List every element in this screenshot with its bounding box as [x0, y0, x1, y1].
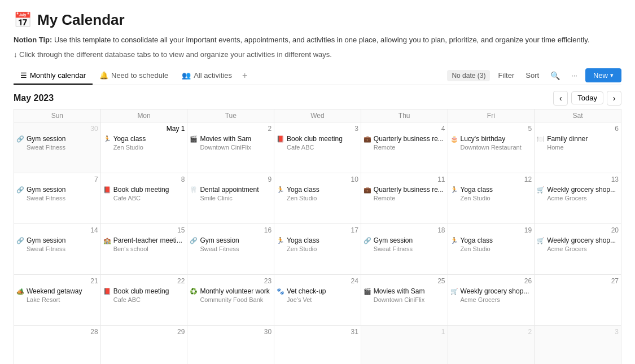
calendar-cell[interactable]: 17🏃Yoga classZen Studio	[274, 223, 361, 274]
event-item[interactable]: 💼Quarterly business re...Remote	[364, 135, 445, 152]
event-item[interactable]: 🔗Gym sessionSweat Fitness	[16, 236, 98, 253]
calendar-cell[interactable]: 18🔗Gym sessionSweat Fitness	[361, 223, 448, 274]
calendar-cell[interactable]: 23♻️Monthly volunteer workCommunity Food…	[187, 274, 274, 325]
tab-monthly[interactable]: ☰ Monthly calendar	[14, 67, 93, 85]
event-text: Book club meetingCafe ABC	[113, 287, 169, 304]
tab-all-activities[interactable]: 👥 All activities	[175, 67, 239, 85]
new-button[interactable]: New ▾	[585, 68, 621, 82]
calendar-cell[interactable]: 25🎬Movies with SamDowntown CiniFlix	[361, 274, 448, 325]
event-title: Yoga class	[461, 186, 493, 195]
event-text: Gym sessionSweat Fitness	[27, 236, 65, 253]
event-item[interactable]: 🔗Gym sessionSweat Fitness	[190, 236, 271, 253]
today-button[interactable]: Today	[571, 91, 603, 104]
event-item[interactable]: 🛒Weekly grocery shop...Acme Grocers	[537, 236, 619, 253]
day-number: 16	[190, 226, 271, 234]
filter-button[interactable]: Filter	[494, 69, 518, 82]
event-subtitle: Zen Studio	[461, 194, 493, 202]
event-item[interactable]: 📕Book club meetingCafe ABC	[277, 135, 358, 152]
event-item[interactable]: 🛒Weekly grocery shop...Acme Grocers	[537, 186, 619, 203]
calendar-cell[interactable]: 29	[100, 325, 187, 364]
event-item[interactable]: 🏃Yoga classZen Studio	[450, 186, 532, 203]
calendar-cell[interactable]: 19🏃Yoga classZen Studio	[448, 223, 535, 274]
more-button[interactable]: ···	[568, 69, 581, 82]
event-item[interactable]: 🎂Lucy's birthdayDowntown Restaurant	[450, 135, 532, 152]
event-text: Weekly grocery shop...Acme Grocers	[461, 287, 529, 304]
calendar-cell[interactable]: 20🛒Weekly grocery shop...Acme Grocers	[535, 223, 621, 274]
event-item[interactable]: 🏃Yoga classZen Studio	[277, 236, 358, 253]
event-item[interactable]: 📕Book club meetingCafe ABC	[103, 287, 185, 304]
event-item[interactable]: 🛒Weekly grocery shop...Acme Grocers	[450, 287, 532, 304]
event-text: Yoga classZen Studio	[461, 186, 493, 203]
calendar-cell[interactable]: 8📕Book club meetingCafe ABC	[100, 173, 187, 223]
next-month-button[interactable]: ›	[607, 91, 621, 106]
calendar-cell[interactable]: 3📕Book club meetingCafe ABC	[274, 122, 361, 173]
day-number: 15	[103, 226, 185, 234]
event-item[interactable]: 🏃Yoga classZen Studio	[277, 186, 358, 203]
calendar-cell[interactable]: 12🏃Yoga classZen Studio	[448, 173, 535, 223]
calendar-cell[interactable]: 27	[535, 274, 621, 325]
calendar-cell[interactable]: 15🏫Parent-teacher meeti...Ben's school	[100, 223, 187, 274]
day-number: 3	[277, 125, 358, 133]
no-date-badge[interactable]: No date (3)	[447, 70, 490, 81]
calendar-cell[interactable]: 9🦷Dental appointmentSmile Clinic	[187, 173, 274, 223]
tab-need-to-schedule[interactable]: 🔔 Need to schedule	[93, 67, 175, 85]
event-subtitle: Remote	[374, 143, 444, 151]
calendar-cell[interactable]: 2	[448, 325, 535, 364]
event-item[interactable]: 🏃Yoga classZen Studio	[450, 236, 532, 253]
day-header-sat: Sat	[535, 109, 621, 122]
event-item[interactable]: 🐾Vet check-upJoe's Vet	[277, 287, 358, 304]
calendar-cell[interactable]: 4💼Quarterly business re...Remote	[361, 122, 448, 173]
event-item[interactable]: 🍽️Family dinnerHome	[537, 135, 619, 152]
calendar-cell[interactable]: 14🔗Gym sessionSweat Fitness	[14, 223, 101, 274]
event-item[interactable]: 🔗Gym sessionSweat Fitness	[16, 135, 98, 152]
event-item[interactable]: 🎬Movies with SamDowntown CiniFlix	[364, 287, 445, 304]
calendar-cell[interactable]: 7🔗Gym sessionSweat Fitness	[14, 173, 101, 223]
prev-month-button[interactable]: ‹	[553, 91, 568, 106]
event-item[interactable]: 🎬Movies with SamDowntown CiniFlix	[190, 135, 271, 152]
calendar-cell[interactable]: 6🍽️Family dinnerHome	[535, 122, 621, 173]
event-item[interactable]: 🏃Yoga classZen Studio	[103, 135, 185, 152]
event-item[interactable]: 🏕️Weekend getawayLake Resort	[16, 287, 98, 304]
nav-buttons: ‹ Today ›	[553, 91, 621, 106]
event-item[interactable]: 🔗Gym sessionSweat Fitness	[16, 186, 98, 203]
search-button[interactable]: 🔍	[547, 69, 563, 82]
calendar-cell[interactable]: 1	[361, 325, 448, 364]
calendar-cell[interactable]: 26🛒Weekly grocery shop...Acme Grocers	[448, 274, 535, 325]
event-item[interactable]: 🔗Gym sessionSweat Fitness	[364, 236, 445, 253]
tab-all-label: All activities	[194, 71, 232, 80]
calendar-cell[interactable]: 31	[274, 325, 361, 364]
calendar-cell[interactable]: May 1🏃Yoga classZen Studio	[100, 122, 187, 173]
event-item[interactable]: ♻️Monthly volunteer workCommunity Food B…	[190, 287, 271, 304]
event-item[interactable]: 🦷Dental appointmentSmile Clinic	[190, 186, 271, 203]
event-subtitle: Acme Grocers	[547, 245, 616, 253]
calendar-cell[interactable]: 10🏃Yoga classZen Studio	[274, 173, 361, 223]
calendar-cell[interactable]: 21🏕️Weekend getawayLake Resort	[14, 274, 101, 325]
calendar-cell[interactable]: 11💼Quarterly business re...Remote	[361, 173, 448, 223]
add-tab-button[interactable]: +	[239, 67, 251, 85]
calendar-cell[interactable]: 3	[535, 325, 621, 364]
event-item[interactable]: 💼Quarterly business re...Remote	[364, 186, 445, 203]
event-title: Gym session	[374, 236, 413, 245]
event-title: Dental appointment	[200, 186, 259, 195]
calendar-cell[interactable]: 16🔗Gym sessionSweat Fitness	[187, 223, 274, 274]
sort-button[interactable]: Sort	[522, 69, 542, 82]
event-text: Book club meetingCafe ABC	[287, 135, 343, 152]
calendar-cell[interactable]: 24🐾Vet check-upJoe's Vet	[274, 274, 361, 325]
calendar-cell[interactable]: 13🛒Weekly grocery shop...Acme Grocers	[535, 173, 621, 223]
event-item[interactable]: 📕Book club meetingCafe ABC	[103, 186, 185, 203]
event-subtitle: Acme Grocers	[547, 194, 616, 202]
tab-monthly-label: Monthly calendar	[30, 71, 86, 80]
event-subtitle: Community Food Bank	[200, 296, 269, 304]
calendar-cell[interactable]: 30	[187, 325, 274, 364]
event-text: Monthly volunteer workCommunity Food Ban…	[200, 287, 269, 304]
day-number: 26	[450, 277, 532, 285]
event-subtitle: Remote	[374, 194, 444, 202]
calendar-cell[interactable]: 22📕Book club meetingCafe ABC	[100, 274, 187, 325]
event-text: Movies with SamDowntown CiniFlix	[200, 135, 251, 152]
calendar-cell[interactable]: 28	[14, 325, 101, 364]
calendar-cell[interactable]: 30🔗Gym sessionSweat Fitness	[14, 122, 101, 173]
calendar-cell[interactable]: 5🎂Lucy's birthdayDowntown Restaurant	[448, 122, 535, 173]
event-item[interactable]: 🏫Parent-teacher meeti...Ben's school	[103, 236, 185, 253]
calendar-cell[interactable]: 2🎬Movies with SamDowntown CiniFlix	[187, 122, 274, 173]
event-subtitle: Cafe ABC	[113, 296, 169, 304]
